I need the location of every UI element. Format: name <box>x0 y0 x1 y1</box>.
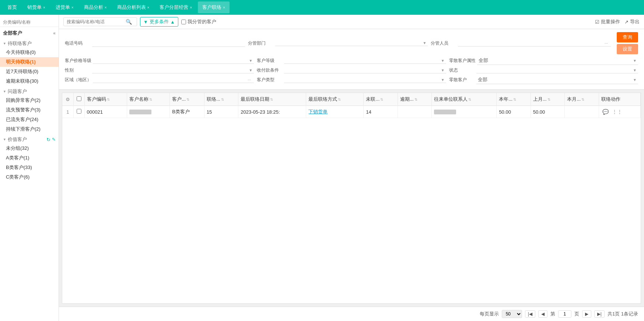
row-last-month: 50.00 <box>531 106 564 118</box>
content-area: 🔍 ▼ 更多条件 ▲ 我分管的客户 ☑ 批量操作 ↗ 导出 <box>59 15 644 321</box>
main-search-input[interactable] <box>67 19 126 24</box>
select-all-checkbox[interactable] <box>77 96 81 101</box>
filter-region-select[interactable]: ··· <box>93 77 254 83</box>
row-num: 1 <box>62 106 73 118</box>
filter-phone-cell: 电话号码 <box>65 40 245 47</box>
checkbox-icon: ☑ <box>595 19 599 25</box>
sidebar-item-class-b[interactable]: B类客户(33) <box>0 163 59 172</box>
row-action-more-icon[interactable]: ⋮⋮ <box>612 109 622 115</box>
filter-gender-select[interactable]: ▼ <box>92 68 254 73</box>
filter-price-level-cell: 客户价格等级 ▼ <box>65 58 254 64</box>
filter-dept-select[interactable]: ▼ <box>275 40 428 46</box>
th-checkbox <box>73 93 84 106</box>
filter-price-level-label: 客户价格等级 <box>65 58 91 64</box>
filter-phone-input[interactable] <box>92 40 245 47</box>
row-code: 000021 <box>84 106 127 118</box>
filter-retail-attr-select[interactable]: 全部 ▼ <box>477 56 638 65</box>
filter-customer-level-select[interactable]: ▼ <box>284 58 446 64</box>
th-last-month[interactable]: 上月... ⇅ <box>531 93 564 106</box>
sidebar-item-churn-warning[interactable]: 流失预警客户(3) <box>0 105 59 115</box>
sidebar-value-refresh-icon[interactable]: ↻ <box>46 137 50 142</box>
filter-payment-select[interactable]: ▼ <box>284 68 446 73</box>
customer-table-container: ⚙ 客户编码 ⇅ 客户名称 <box>62 93 641 304</box>
nav-customer-segment-close-icon[interactable]: × <box>190 6 192 10</box>
th-customer-code[interactable]: 客户编码 ⇅ <box>84 93 127 106</box>
export-button[interactable]: ↗ 导出 <box>624 18 640 25</box>
payment-dropdown-icon: ▼ <box>441 68 445 72</box>
sidebar-value-edit-icon[interactable]: ✎ <box>52 137 56 142</box>
filter-retail-customer-select[interactable]: 全部 ▼ <box>476 76 638 84</box>
region-more-icon[interactable]: ··· <box>246 77 252 82</box>
nav-sales-order[interactable]: 销货单 × <box>23 1 50 13</box>
filter-manager-select[interactable]: ··· <box>458 40 611 46</box>
nav-product-analysis[interactable]: 商品分析 × <box>80 1 111 13</box>
sidebar-collapse-icon[interactable]: « <box>53 31 56 36</box>
query-button[interactable]: 查询 <box>617 32 638 42</box>
gear-icon[interactable]: ⚙ <box>66 97 70 102</box>
th-overdue[interactable]: 逾期... ⇅ <box>398 93 431 106</box>
filter-status-select[interactable]: ▼ <box>476 68 638 73</box>
sidebar-item-repurchase-abnormal[interactable]: 回购异常客户(2) <box>0 96 59 105</box>
th-this-month[interactable]: 本月... ⇅ <box>565 93 599 106</box>
last-page-button[interactable]: ▶| <box>594 310 605 318</box>
setting-button[interactable]: 设置 <box>617 44 638 54</box>
batch-operation-button[interactable]: ☑ 批量操作 <box>595 18 620 25</box>
sidebar-item-declining[interactable]: 持续下滑客户(2) <box>0 124 59 134</box>
row-type: B类客户 <box>170 106 204 118</box>
my-customer-checkbox-label[interactable]: 我分管的客户 <box>181 18 216 25</box>
nav-purchase-order[interactable]: 进货单 × <box>51 1 78 13</box>
th-last-contact-date[interactable]: 最后联络日期 ⇅ <box>238 93 306 106</box>
nav-sales-close-icon[interactable]: × <box>43 6 45 10</box>
sidebar-item-class-c[interactable]: C类客户(6) <box>0 172 59 182</box>
sidebar-item-today-pending[interactable]: 今天待联络(0) <box>0 48 59 57</box>
filter-retail-attr-label: 零散客户属性 <box>449 58 476 64</box>
sort-uncontact-icon: ⇅ <box>380 97 383 101</box>
sidebar-item-churned[interactable]: 已流失客户(24) <box>0 115 59 124</box>
nav-product-analysis-list[interactable]: 商品分析列表 × <box>113 1 154 13</box>
nav-product-list-label: 商品分析列表 <box>117 4 146 11</box>
filter-dept-cell: 分管部门 ▼ <box>248 40 428 46</box>
prev-page-button[interactable]: ◀ <box>538 310 547 318</box>
filter-row-2: 客户价格等级 ▼ 客户等级 ▼ 零散客户属性 全部 <box>65 56 638 65</box>
sidebar-item-7days-pending[interactable]: 近7天待联络(0) <box>0 67 59 76</box>
more-filter-button[interactable]: ▼ 更多条件 ▲ <box>140 17 178 27</box>
next-page-button[interactable]: ▶ <box>582 310 591 318</box>
sidebar-item-overdue[interactable]: 逾期未联络(30) <box>0 76 59 86</box>
th-last-contact-method[interactable]: 最后联络方式 ⇅ <box>306 93 364 106</box>
th-unit-contact[interactable]: 往来单位联系人 ⇅ <box>432 93 497 106</box>
nav-customer-contact-label: 客户联络 <box>202 4 221 11</box>
customer-type-dropdown-icon: ▼ <box>441 78 445 82</box>
page-input[interactable] <box>558 310 571 318</box>
export-icon: ↗ <box>624 19 629 25</box>
filter-customer-type-select[interactable]: ▼ <box>284 77 446 83</box>
my-customer-checkbox[interactable] <box>181 20 186 24</box>
main-search-icon[interactable]: 🔍 <box>126 19 132 25</box>
th-contact-count[interactable]: 联络... ⇅ <box>204 93 238 106</box>
nav-home[interactable]: 首页 <box>3 1 21 13</box>
nav-product-close-icon[interactable]: × <box>105 6 107 10</box>
sidebar-all-customers-header[interactable]: 全部客户 « <box>0 28 59 38</box>
sidebar-item-ungrouped[interactable]: 未分组(32) <box>0 144 59 153</box>
per-page-select[interactable]: 50 100 200 <box>502 310 522 318</box>
row-last-method-link[interactable]: 下销货单 <box>308 109 328 114</box>
first-page-button[interactable]: |◀ <box>525 310 535 318</box>
th-this-year[interactable]: 本年... ⇅ <box>497 93 531 106</box>
th-uncontact[interactable]: 未联... ⇅ <box>364 93 398 106</box>
manager-more-icon[interactable]: ··· <box>603 41 609 45</box>
row-checkbox[interactable] <box>77 109 81 114</box>
nav-home-label: 首页 <box>7 4 17 11</box>
filter-gender-cell: 性别 ▼ <box>65 67 254 73</box>
th-customer-type[interactable]: 客户... ⇅ <box>170 93 204 106</box>
filter-price-level-select[interactable]: ▼ <box>93 58 254 64</box>
sidebar-item-class-a[interactable]: A类客户(1) <box>0 153 59 163</box>
th-customer-name[interactable]: 客户名称 ⇅ <box>127 93 170 106</box>
nav-customer-contact[interactable]: 客户联络 × <box>198 1 230 13</box>
nav-product-list-close-icon[interactable]: × <box>147 6 150 10</box>
nav-customer-segment[interactable]: 客户分层经营 × <box>155 1 196 13</box>
table-header-row: ⚙ 客户编码 ⇅ 客户名称 <box>62 93 641 106</box>
row-action-contact-icon[interactable]: 💬 <box>602 109 609 115</box>
nav-purchase-close-icon[interactable]: × <box>71 6 74 10</box>
sidebar-item-tomorrow-pending[interactable]: 明天待联络(1) <box>0 57 59 67</box>
sidebar-search-input[interactable] <box>3 20 58 25</box>
nav-customer-contact-close-icon[interactable]: × <box>223 6 225 10</box>
